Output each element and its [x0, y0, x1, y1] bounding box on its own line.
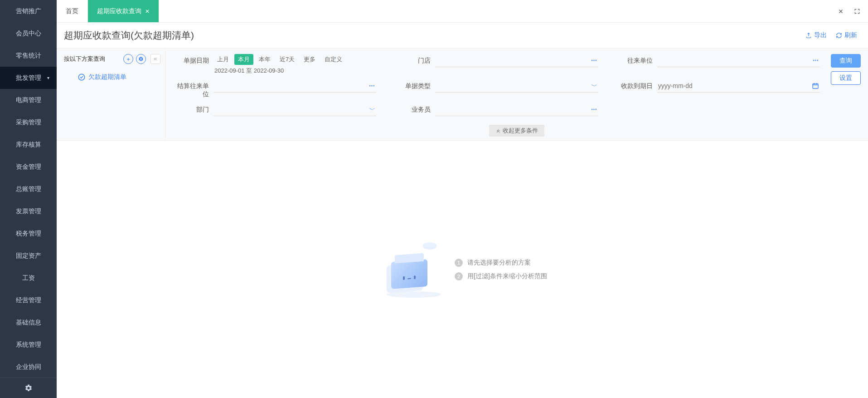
- more-icon[interactable]: ⋯: [813, 57, 819, 64]
- sidebar-label: 企业协同: [16, 363, 41, 371]
- empty-illustration: [378, 238, 441, 301]
- main-area: 首页 超期应收款查询 ✕ 超期应收款查询(欠款超期清单) 导出 刷新: [57, 0, 868, 398]
- chevron-left-icon: [153, 57, 158, 61]
- sidebar-item-fixed-assets[interactable]: 固定资产: [0, 245, 57, 267]
- tab-home[interactable]: 首页: [57, 0, 88, 22]
- chevron-down-icon[interactable]: ﹀: [592, 82, 597, 90]
- sidebar-label: 工资: [22, 274, 35, 282]
- sidebar-label: 零售统计: [16, 52, 41, 60]
- collapse-more-label: 收起更多条件: [503, 127, 538, 135]
- date-shortcut-this-year[interactable]: 本年: [255, 54, 274, 65]
- refresh-button[interactable]: 刷新: [836, 31, 857, 39]
- sidebar-item-purchasing[interactable]: 采购管理: [0, 111, 57, 133]
- sidebar-label: 电商管理: [16, 96, 41, 104]
- sidebar-item-retail-stats[interactable]: 零售统计: [0, 44, 57, 67]
- filter-settle-partner: 结算往来单位 ⋯: [173, 79, 376, 98]
- date-shortcut-custom[interactable]: 自定义: [321, 54, 346, 65]
- close-all-tabs-button[interactable]: [834, 5, 847, 18]
- salesman-input[interactable]: [435, 103, 598, 116]
- filter-due-date: 收款到期日: [616, 79, 820, 98]
- collapse-more-button[interactable]: 收起更多条件: [489, 125, 544, 137]
- sidebar-item-enterprise[interactable]: 企业协同: [0, 356, 57, 378]
- settings-button[interactable]: 设置: [831, 71, 861, 85]
- tab-label: 首页: [66, 7, 78, 15]
- department-select[interactable]: [213, 103, 376, 116]
- sidebar-item-tax[interactable]: 税务管理: [0, 222, 57, 245]
- export-icon: [805, 32, 812, 39]
- store-input[interactable]: [435, 54, 598, 67]
- sidebar-item-ledger[interactable]: 总账管理: [0, 178, 57, 200]
- sidebar-item-finance[interactable]: 资金管理: [0, 156, 57, 178]
- gear-icon: [24, 384, 33, 392]
- empty-step-1: 1 请先选择要分析的方案: [455, 259, 547, 267]
- chevron-down-icon[interactable]: ﹀: [369, 106, 375, 114]
- step-badge: 2: [455, 272, 463, 280]
- date-to: 2022-09-30: [254, 67, 284, 74]
- collapse-scheme-button[interactable]: [150, 54, 160, 64]
- calendar-icon[interactable]: [812, 82, 819, 91]
- more-icon[interactable]: ⋯: [591, 57, 597, 64]
- gear-icon: [138, 56, 144, 62]
- sidebar-item-payroll[interactable]: 工资: [0, 267, 57, 289]
- more-icon[interactable]: ⋯: [591, 106, 597, 113]
- caret-down-icon: ▾: [47, 75, 49, 80]
- sidebar-item-marketing[interactable]: 营销推广: [0, 0, 57, 22]
- sidebar-item-system[interactable]: 系统管理: [0, 334, 57, 356]
- sidebar-label: 系统管理: [16, 341, 41, 349]
- date-range-display: 2022-09-01 至 2022-09-30: [213, 67, 376, 75]
- sidebar-label: 总账管理: [16, 185, 41, 193]
- scheme-header-text: 按以下方案查询: [64, 55, 121, 63]
- sidebar-settings-button[interactable]: [0, 378, 57, 398]
- bill-type-select[interactable]: [435, 79, 598, 93]
- svg-rect-1: [813, 84, 818, 88]
- query-button[interactable]: 查询: [831, 54, 861, 68]
- add-scheme-button[interactable]: +: [123, 54, 133, 64]
- sidebar-item-member[interactable]: 会员中心: [0, 22, 57, 44]
- sidebar-label: 采购管理: [16, 118, 41, 127]
- scheme-item-label: 欠款超期清单: [88, 73, 126, 81]
- scheme-settings-button[interactable]: [136, 54, 146, 64]
- due-date-input[interactable]: [657, 79, 820, 93]
- filter-department: 部门 ﹀: [173, 103, 376, 122]
- more-icon[interactable]: ⋯: [369, 82, 375, 89]
- step-badge: 1: [455, 259, 463, 267]
- partner-input[interactable]: [657, 54, 820, 67]
- sidebar: 营销推广 会员中心 零售统计 批发管理▾ 电商管理 采购管理 库存核算 资金管理…: [0, 0, 57, 398]
- refresh-label: 刷新: [844, 31, 857, 39]
- sidebar-label: 批发管理: [16, 74, 41, 82]
- sidebar-item-invoice[interactable]: 发票管理: [0, 200, 57, 222]
- empty-step-2: 2 用[过滤]条件来缩小分析范围: [455, 272, 547, 280]
- sidebar-label: 经营管理: [16, 296, 41, 305]
- filter-bill-type: 单据类型 ﹀: [394, 79, 598, 98]
- sidebar-label: 税务管理: [16, 230, 41, 238]
- date-shortcut-7days[interactable]: 近7天: [276, 54, 298, 65]
- filter-label: 门店: [394, 54, 435, 65]
- sidebar-label: 基础信息: [16, 319, 41, 327]
- filter-label: 业务员: [394, 103, 435, 114]
- sidebar-item-inventory[interactable]: 库存核算: [0, 133, 57, 156]
- date-shortcut-last-month[interactable]: 上月: [213, 54, 233, 65]
- date-shortcut-this-month[interactable]: 本月: [234, 54, 253, 65]
- sidebar-item-operations[interactable]: 经营管理: [0, 289, 57, 311]
- export-button[interactable]: 导出: [805, 31, 827, 39]
- filter-salesman: 业务员 ⋯: [394, 103, 598, 122]
- export-label: 导出: [814, 31, 827, 39]
- refresh-icon: [836, 32, 842, 39]
- sidebar-label: 会员中心: [16, 29, 41, 38]
- step-text: 用[过滤]条件来缩小分析范围: [467, 272, 547, 280]
- sidebar-item-wholesale[interactable]: 批发管理▾: [0, 67, 57, 89]
- tab-label: 超期应收款查询: [97, 7, 141, 15]
- filter-label: 单据类型: [394, 79, 435, 90]
- sidebar-item-ecommerce[interactable]: 电商管理: [0, 89, 57, 111]
- sidebar-item-basic-info[interactable]: 基础信息: [0, 311, 57, 334]
- filter-label: 结算往来单位: [173, 79, 213, 98]
- date-shortcut-more[interactable]: 更多: [300, 54, 319, 65]
- fullscreen-button[interactable]: [851, 5, 863, 18]
- filter-label: 往来单位: [616, 54, 657, 65]
- settle-partner-input[interactable]: [213, 79, 376, 93]
- close-icon[interactable]: ✕: [145, 8, 150, 15]
- scheme-item-overdue-list[interactable]: 欠款超期清单: [73, 70, 160, 84]
- scheme-panel: 按以下方案查询 + 欠款超期清单: [57, 49, 165, 140]
- tab-overdue-receivables[interactable]: 超期应收款查询 ✕: [88, 0, 159, 22]
- date-sep: 至: [246, 67, 252, 74]
